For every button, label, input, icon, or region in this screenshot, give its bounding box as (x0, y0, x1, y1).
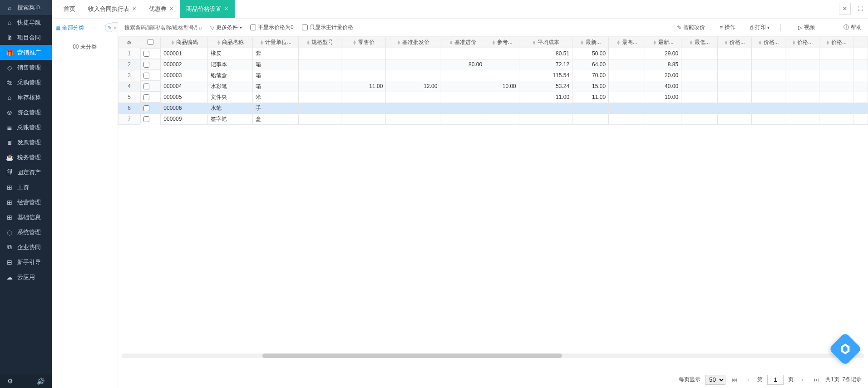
cell-min[interactable] (681, 103, 718, 113)
column-header-6[interactable]: ▲▼零售价 (341, 37, 386, 48)
cell-whole[interactable] (386, 103, 440, 113)
cell-p1[interactable] (718, 81, 752, 92)
cell-retail[interactable] (341, 59, 386, 70)
help-button[interactable]: ⓘ帮助 (843, 24, 862, 31)
cell-newp[interactable] (572, 113, 609, 124)
cell-max[interactable] (609, 113, 645, 124)
cell-code[interactable]: 000001 (161, 48, 208, 59)
cell-min[interactable] (681, 113, 718, 124)
only-main-unit-checkbox[interactable]: 只显示主计量价格 (302, 24, 353, 31)
column-header-17[interactable]: ▲▼价格... (785, 37, 819, 48)
more-conditions-button[interactable]: ▽ 更多条件 ▾ (210, 24, 242, 31)
sidebar-item-9[interactable]: 🖩发票管理 (0, 135, 52, 150)
sidebar-item-15[interactable]: ◌系统管理 (0, 225, 52, 240)
smart-change-price-button[interactable]: ✎智能改价 (677, 24, 705, 31)
cell-avg[interactable]: 80.51 (519, 48, 572, 59)
sort-icon[interactable]: ▲▼ (758, 40, 762, 45)
cell-spec[interactable] (299, 81, 341, 92)
fullscreen-icon[interactable]: ⛶ (855, 4, 865, 14)
cell-unit[interactable]: 手 (253, 103, 299, 113)
cell-p1[interactable] (718, 59, 752, 70)
cell-p3[interactable] (785, 113, 819, 124)
cell-code[interactable]: 000002 (161, 59, 208, 70)
cell-whole[interactable] (386, 92, 440, 103)
cell-min[interactable] (681, 59, 718, 70)
table-row[interactable]: 6000006水笔手 (118, 103, 868, 113)
cell-unit[interactable]: 米 (253, 92, 299, 103)
column-header-13[interactable]: ▲▼最新... (645, 37, 681, 48)
cell-ref[interactable] (485, 48, 519, 59)
column-header-5[interactable]: ▲▼规格型号 (299, 37, 341, 48)
sidebar-item-8[interactable]: ≣总账管理 (0, 120, 52, 135)
cell-min[interactable] (681, 81, 718, 92)
column-header-11[interactable]: ▲▼最新... (572, 37, 609, 48)
cell-p4[interactable] (819, 81, 853, 92)
sort-icon[interactable]: ▲▼ (397, 40, 401, 45)
cell-spec[interactable] (299, 70, 341, 81)
cell-newp2[interactable]: 8.85 (645, 59, 681, 70)
close-all-tabs-button[interactable]: ✕ (839, 3, 851, 15)
cell-newp[interactable]: 15.00 (572, 81, 609, 92)
cell-newp[interactable]: 11.00 (572, 92, 609, 103)
cell-name[interactable]: 文件夹 (208, 92, 253, 103)
cell-newp2[interactable]: 29.00 (645, 48, 681, 59)
cell-unit[interactable]: 套 (253, 48, 299, 59)
next-page-button[interactable]: › (798, 375, 807, 384)
search-icon[interactable]: ⌕ (199, 25, 202, 31)
cell-p2[interactable] (751, 48, 785, 59)
cell-p1[interactable] (718, 70, 752, 81)
table-row[interactable]: 7000009签字笔盒 (118, 113, 868, 124)
cell-ref[interactable] (485, 113, 519, 124)
row-checkbox[interactable] (143, 116, 149, 122)
sidebar-item-14[interactable]: ⊞基础信息 (0, 210, 52, 225)
cell-purch[interactable] (440, 92, 485, 103)
cell-max[interactable] (609, 48, 645, 59)
select-all-checkbox[interactable] (148, 39, 153, 45)
cell-whole[interactable] (386, 48, 440, 59)
cell-name[interactable]: 铅笔盒 (208, 70, 253, 81)
tab-2[interactable]: 优惠券✕ (143, 0, 180, 18)
column-header-19[interactable] (853, 37, 868, 48)
sort-icon[interactable]: ▲▼ (616, 40, 621, 45)
cell-p4[interactable] (819, 70, 853, 81)
cell-ref[interactable] (485, 92, 519, 103)
column-header-0[interactable]: ⚙ (118, 37, 140, 48)
row-checkbox[interactable] (143, 62, 149, 68)
cell-p4[interactable] (819, 92, 853, 103)
sort-icon[interactable]: ▲▼ (492, 40, 496, 45)
row-checkbox[interactable] (143, 73, 149, 79)
cell-min[interactable] (681, 70, 718, 81)
sort-icon[interactable]: ▲▼ (792, 40, 796, 45)
cell-max[interactable] (609, 103, 645, 113)
cell-ref[interactable] (485, 103, 519, 113)
column-header-10[interactable]: ▲▼平均成本 (519, 37, 572, 48)
sort-icon[interactable]: ▲▼ (171, 40, 175, 45)
sort-icon[interactable]: ▲▼ (306, 40, 311, 45)
cell-p4[interactable] (819, 103, 853, 113)
cell-avg[interactable]: 115.54 (519, 70, 572, 81)
sidebar-item-7[interactable]: ⊚资金管理 (0, 105, 52, 120)
sidebar-item-16[interactable]: ⧉企业协同 (0, 240, 52, 255)
cell-p3[interactable] (785, 48, 819, 59)
cell-p2[interactable] (751, 59, 785, 70)
table-row[interactable]: 3000003铅笔盒箱115.5470.0020.00 (118, 70, 868, 81)
hide-zero-input[interactable] (250, 25, 256, 30)
row-checkbox[interactable] (143, 51, 149, 57)
sort-icon[interactable]: ▲▼ (353, 40, 357, 45)
cell-p2[interactable] (751, 70, 785, 81)
row-checkbox[interactable] (143, 83, 149, 89)
cell-max[interactable] (609, 92, 645, 103)
cell-avg[interactable]: 53.24 (519, 81, 572, 92)
cell-unit[interactable]: 箱 (253, 59, 299, 70)
column-header-15[interactable]: ▲▼价格... (718, 37, 752, 48)
sidebar-item-6[interactable]: ⌂库存核算 (0, 90, 52, 105)
cell-name[interactable]: 水笔 (208, 103, 253, 113)
category-item-uncategorized[interactable]: 00 未分类 (55, 40, 114, 54)
sort-icon[interactable]: ▲▼ (532, 40, 536, 45)
cell-newp2[interactable]: 40.00 (645, 81, 681, 92)
row-checkbox[interactable] (143, 94, 149, 100)
cell-spec[interactable] (299, 103, 341, 113)
cell-purch[interactable]: 80.00 (440, 59, 485, 70)
cell-p1[interactable] (718, 113, 752, 124)
column-header-8[interactable]: ▲▼基准进价 (440, 37, 485, 48)
